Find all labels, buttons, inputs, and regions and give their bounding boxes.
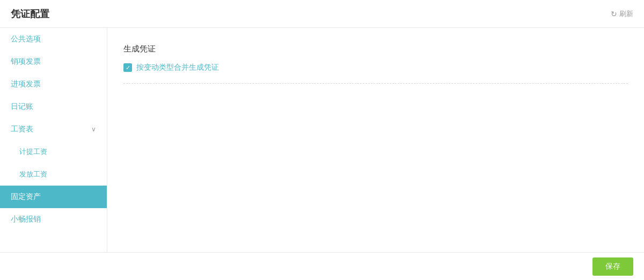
refresh-icon: ↻: [611, 10, 617, 18]
sidebar-item-sales[interactable]: 销项发票: [0, 50, 107, 73]
content-area: 生成凭证 ✓ 按变动类型合并生成凭证: [107, 28, 644, 252]
sidebar-item-expense[interactable]: 小畅报销: [0, 208, 107, 231]
sidebar-label-journal: 日记账: [11, 102, 33, 112]
sidebar-item-fixed_assets[interactable]: 固定资产: [0, 186, 107, 208]
page-header: 凭证配置 ↻ 刷新: [0, 0, 644, 28]
sidebar: 公共选项销项发票进项发票日记账工资表∨计提工资发放工资固定资产小畅报销: [0, 28, 107, 252]
sidebar-label-salary_calc: 计提工资: [19, 147, 47, 157]
sidebar-item-salary_calc[interactable]: 计提工资: [0, 141, 107, 163]
section-title: 生成凭证: [123, 44, 628, 54]
sidebar-item-journal[interactable]: 日记账: [0, 95, 107, 118]
sidebar-label-public: 公共选项: [11, 34, 41, 44]
sidebar-label-sales: 销项发票: [11, 57, 41, 67]
sidebar-label-expense: 小畅报销: [11, 215, 41, 224]
chevron-down-icon: ∨: [91, 126, 96, 133]
sidebar-label-salary_table: 工资表: [11, 124, 33, 134]
sidebar-label-fixed_assets: 固定资产: [11, 192, 41, 202]
sidebar-label-salary_pay: 发放工资: [19, 170, 47, 179]
sidebar-item-salary_pay[interactable]: 发放工资: [0, 163, 107, 186]
refresh-button[interactable]: ↻ 刷新: [611, 9, 633, 19]
checkbox-row: ✓ 按变动类型合并生成凭证: [123, 63, 628, 72]
sidebar-item-purchase[interactable]: 进项发票: [0, 73, 107, 95]
page-title: 凭证配置: [11, 8, 49, 20]
main-layout: 公共选项销项发票进项发票日记账工资表∨计提工资发放工资固定资产小畅报销 生成凭证…: [0, 28, 644, 252]
refresh-label: 刷新: [619, 9, 633, 19]
sidebar-item-salary_table[interactable]: 工资表∨: [0, 118, 107, 141]
section-divider: [123, 83, 628, 84]
sidebar-item-public[interactable]: 公共选项: [0, 28, 107, 50]
page-footer: 保存: [0, 252, 644, 280]
save-button[interactable]: 保存: [592, 257, 633, 276]
checkbox-label[interactable]: 按变动类型合并生成凭证: [136, 63, 219, 72]
merge-checkbox[interactable]: ✓: [123, 63, 132, 72]
sidebar-label-purchase: 进项发票: [11, 79, 41, 89]
check-mark-icon: ✓: [126, 65, 130, 71]
